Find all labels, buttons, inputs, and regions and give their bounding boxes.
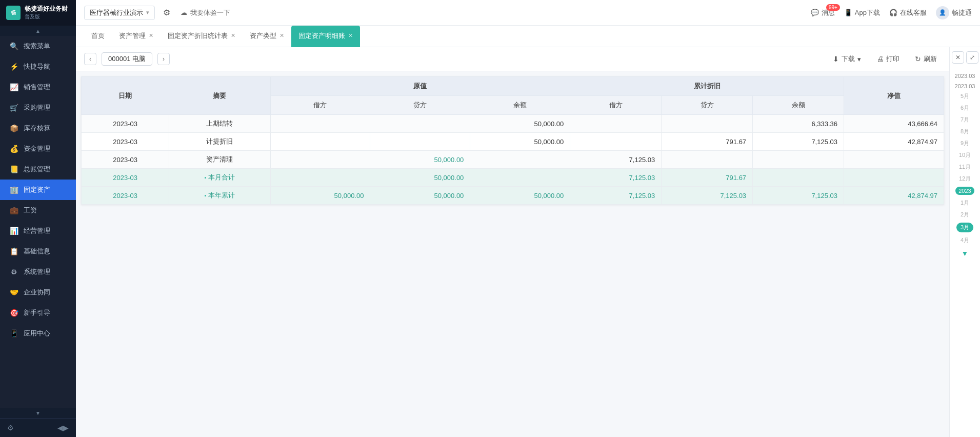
timeline-month-7[interactable]: 7月 [961, 116, 969, 124]
sidebar-label-sales: 销售管理 [24, 83, 50, 92]
tab-asset-detail[interactable]: 固定资产明细账✕ [291, 26, 360, 47]
online-support-button[interactable]: 🎧 在线客服 [889, 8, 927, 17]
cell-accum-credit: 791.67 [662, 133, 753, 151]
sidebar-item-inventory[interactable]: 📦库存核算 [0, 118, 76, 138]
message-badge: 99+ [826, 4, 840, 11]
settings-gear-icon[interactable]: ⚙ [161, 6, 172, 19]
sidebar-item-app-center[interactable]: 📱应用中心 [0, 323, 76, 344]
timeline-month-8[interactable]: 8月 [961, 128, 969, 135]
message-button[interactable]: 💬 消息 99+ [811, 8, 835, 17]
refresh-button[interactable]: ↻ 刷新 [911, 52, 941, 66]
inventory-icon: 📦 [9, 124, 18, 133]
sidebar-item-salary[interactable]: 💼工资 [0, 200, 76, 221]
sidebar-title-group: 畅捷通好业务财 普及版 [25, 5, 68, 21]
cell-net-value [844, 151, 944, 169]
tab-close-depreciation-stats[interactable]: ✕ [231, 32, 235, 39]
enterprise-icon: 🤝 [9, 288, 18, 297]
sidebar-item-system[interactable]: ⚙系统管理 [0, 262, 76, 282]
sidebar-scroll-up[interactable]: ▲ [0, 26, 76, 36]
net-value-header: 净值 [844, 77, 944, 115]
tab-asset-mgmt[interactable]: 资产管理✕ [112, 26, 161, 47]
prev-asset-button[interactable]: ‹ [84, 53, 96, 65]
next-asset-button[interactable]: › [157, 53, 170, 65]
timeline-month-6[interactable]: 6月 [961, 104, 969, 112]
cell-date: 2023-03 [82, 133, 169, 151]
timeline-month-10[interactable]: 10月 [959, 151, 971, 159]
tab-home[interactable]: 首页 [84, 26, 112, 47]
timeline-panel: ✕ ⤢ 2023.03 2023.03 5月 6月 7月 8月 9月 10月 1… [949, 47, 980, 437]
cell-orig-credit: 50,000.00 [370, 187, 470, 205]
cell-accum-debit [570, 115, 662, 133]
cell-orig-balance: 50,000.00 [470, 133, 570, 151]
sidebar-scroll-down[interactable]: ▼ [0, 408, 76, 418]
timeline-close-button[interactable]: ✕ [952, 51, 964, 64]
timeline-month-12[interactable]: 12月 [959, 175, 971, 183]
message-icon: 💬 [811, 9, 819, 16]
refresh-icon: ↻ [915, 55, 921, 63]
original-value-header: 原值 [270, 77, 570, 96]
sidebar-item-search[interactable]: 🔍搜索菜单 [0, 36, 76, 56]
user-name: 畅捷通 [952, 8, 972, 17]
content-area: ‹ 000001 电脑 › ⬇ 下载 ▾ 🖨 打印 [76, 47, 980, 437]
tabs-bar: 首页资产管理✕固定资产折旧统计表✕资产类型✕固定资产明细账✕ [76, 26, 980, 47]
timeline-month-2[interactable]: 2月 [961, 211, 969, 218]
purchase-icon: 🛒 [9, 103, 18, 112]
settings-icon[interactable]: ⚙ [7, 424, 14, 432]
download-button[interactable]: ⬇ 下载 ▾ [829, 52, 865, 66]
tab-close-asset-type[interactable]: ✕ [279, 32, 284, 39]
tab-depreciation-stats[interactable]: 固定资产折旧统计表✕ [161, 26, 243, 47]
timeline-expand-button[interactable]: ⤢ [966, 51, 978, 64]
sidebar-item-operations[interactable]: 📊经营管理 [0, 221, 76, 241]
table-row: 2023-03 ▪本月合计 50,000.00 7,125.03 791.67 [82, 169, 944, 187]
sidebar-item-purchase[interactable]: 🛒采购管理 [0, 97, 76, 118]
tab-close-asset-detail[interactable]: ✕ [348, 32, 353, 39]
app-download-button[interactable]: 📱 App下载 [844, 8, 880, 17]
sidebar-label-operations: 经营管理 [24, 226, 50, 235]
online-support-label: 在线客服 [900, 8, 927, 17]
asset-detail-table: 日期 摘要 原值 累计折旧 净值 借方 贷方 余额 借方 贷方 余额 [81, 76, 944, 205]
cell-net-value: 42,874.97 [844, 187, 944, 205]
sidebar-item-ledger[interactable]: 📒总账管理 [0, 159, 76, 180]
tab-close-asset-mgmt[interactable]: ✕ [149, 32, 153, 39]
timeline-month-4[interactable]: 4月 [961, 236, 969, 244]
cell-orig-debit [270, 169, 370, 187]
tab-label-home: 首页 [91, 31, 105, 41]
print-button[interactable]: 🖨 打印 [872, 52, 904, 66]
sidebar-item-finance[interactable]: 💰资金管理 [0, 138, 76, 159]
accum-balance-header: 余额 [753, 96, 844, 115]
sidebar-label-enterprise: 企业协同 [24, 288, 50, 297]
timeline-month-9[interactable]: 9月 [961, 140, 969, 147]
sidebar: 畅 畅捷通好业务财 普及版 ▲ 🔍搜索菜单⚡快捷导航📈销售管理🛒采购管理📦库存核… [0, 0, 76, 437]
sidebar-item-enterprise[interactable]: 🤝企业协同 [0, 282, 76, 303]
cell-summary: ▪本月合计 [169, 169, 270, 187]
orig-balance-header: 余额 [470, 96, 570, 115]
sidebar-label-app-center: 应用中心 [24, 329, 50, 338]
cell-date: 2023-03 [82, 187, 169, 205]
cell-orig-balance [470, 169, 570, 187]
sidebar-item-fixed-assets[interactable]: 🏢固定资产 [0, 180, 76, 200]
cell-orig-balance: 50,000.00 [470, 187, 570, 205]
timeline-month-11[interactable]: 11月 [959, 163, 971, 171]
sidebar-item-guide[interactable]: 🎯新手引导 [0, 303, 76, 323]
sidebar-label-inventory: 库存核算 [24, 124, 50, 133]
sidebar-title: 畅捷通好业务财 [25, 5, 68, 13]
toggle-icon[interactable]: ◀▶ [57, 424, 69, 432]
cell-net-value [844, 169, 944, 187]
company-selector[interactable]: 医疗器械行业演示 ▾ [84, 6, 155, 20]
sidebar-item-quick-nav[interactable]: ⚡快捷导航 [0, 56, 76, 77]
sidebar-item-basic-info[interactable]: 📋基础信息 [0, 241, 76, 262]
app-download-label: App下载 [855, 8, 880, 17]
operations-icon: 📊 [9, 226, 18, 235]
user-profile[interactable]: 👤 畅捷通 [936, 6, 972, 19]
download-icon: ⬇ [833, 55, 839, 63]
tab-asset-type[interactable]: 资产类型✕ [243, 26, 291, 47]
experience-button[interactable]: ☁ 我要体验一下 [181, 8, 230, 17]
timeline-month-1[interactable]: 1月 [961, 199, 969, 207]
timeline-month-3-active[interactable]: 3月 [956, 223, 973, 232]
sidebar-bottom: ⚙ ◀▶ [0, 418, 76, 437]
cell-orig-debit [270, 151, 370, 169]
sidebar-item-sales[interactable]: 📈销售管理 [0, 77, 76, 97]
sidebar-label-system: 系统管理 [24, 267, 50, 276]
sidebar-subtitle: 普及版 [25, 13, 68, 21]
timeline-scroll-down-icon[interactable]: ▼ [962, 249, 969, 257]
